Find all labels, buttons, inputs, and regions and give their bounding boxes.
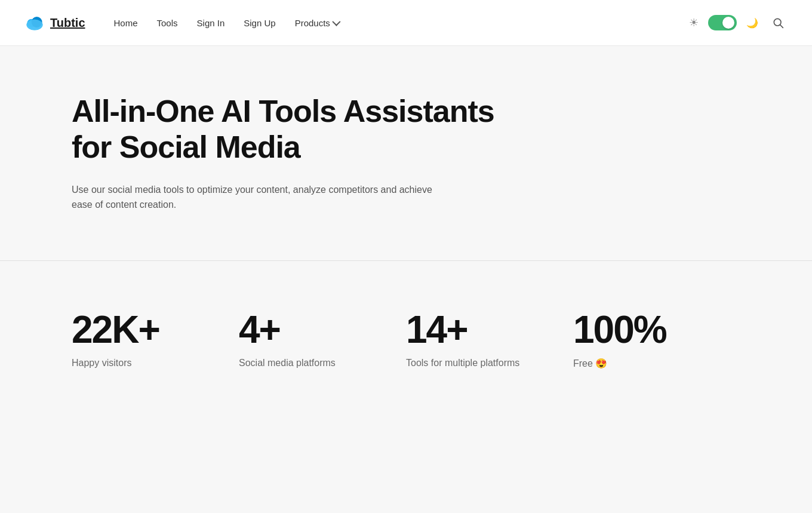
nav-products-dropdown[interactable]: Products [295, 18, 339, 28]
stat-item-2: 14+ Tools for multiple platforms [406, 309, 573, 369]
navbar-right-controls: ☀ 🌙 [689, 13, 788, 33]
nav-signup[interactable]: Sign Up [244, 18, 275, 28]
nav-home[interactable]: Home [114, 18, 138, 28]
brand-name: Tubtic [50, 16, 85, 30]
hero-section: All-in-One AI Tools Assistants for Socia… [0, 46, 812, 260]
svg-line-5 [780, 25, 783, 28]
stat-number-0: 22K+ [72, 309, 227, 351]
hero-title: All-in-One AI Tools Assistants for Socia… [72, 94, 502, 165]
toggle-knob [722, 17, 734, 29]
navbar: Tubtic Home Tools Sign In Sign Up Produc… [0, 0, 812, 46]
nav-tools[interactable]: Tools [157, 18, 178, 28]
hero-subtitle: Use our social media tools to optimize y… [72, 182, 442, 213]
stat-item-0: 22K+ Happy visitors [72, 309, 239, 369]
sun-icon[interactable]: ☀ [689, 16, 699, 29]
stat-number-2: 14+ [406, 309, 561, 351]
stats-section: 22K+ Happy visitors 4+ Social media plat… [0, 261, 812, 417]
moon-icon[interactable]: 🌙 [746, 17, 758, 29]
lower-section [0, 417, 812, 513]
search-icon [772, 17, 784, 29]
stats-grid: 22K+ Happy visitors 4+ Social media plat… [72, 309, 740, 369]
search-button[interactable] [768, 13, 788, 33]
stat-item-1: 4+ Social media platforms [239, 309, 406, 369]
stat-item-3: 100% Free 😍 [573, 309, 740, 369]
svg-point-3 [27, 20, 43, 30]
nav-links: Home Tools Sign In Sign Up Products [114, 18, 689, 28]
brand-logo-icon [24, 12, 45, 33]
nav-products-label: Products [295, 18, 330, 28]
stat-number-3: 100% [573, 309, 728, 351]
stat-number-1: 4+ [239, 309, 394, 351]
nav-signin[interactable]: Sign In [197, 18, 225, 28]
theme-toggle[interactable] [708, 15, 737, 30]
stat-label-1: Social media platforms [239, 358, 394, 368]
stat-label-2: Tools for multiple platforms [406, 358, 561, 368]
brand-logo-link[interactable]: Tubtic [24, 12, 85, 33]
stat-label-3: Free 😍 [573, 358, 728, 369]
stat-label-0: Happy visitors [72, 358, 227, 368]
chevron-down-icon [332, 18, 340, 26]
